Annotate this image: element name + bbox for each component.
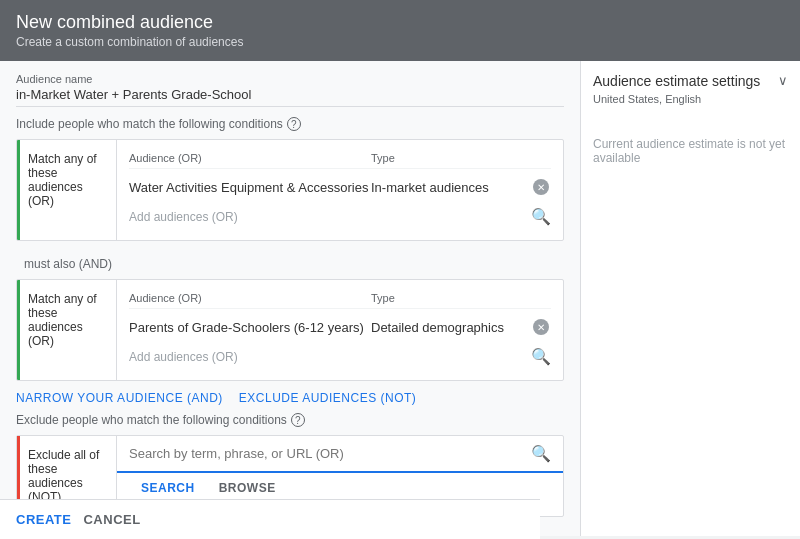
card2-add-label: Add audiences (OR) xyxy=(129,350,238,364)
exclude-audiences-link[interactable]: EXCLUDE AUDIENCES (NOT) xyxy=(239,391,417,405)
card2-audience-type: Detailed demographics xyxy=(371,320,531,335)
card1-label: Match any of these audiences (OR) xyxy=(17,140,117,240)
card2-row-1: Parents of Grade-Schoolers (6-12 years) … xyxy=(129,313,551,341)
card1-col-audience: Audience (OR) xyxy=(129,152,371,164)
exclude-conditions-header: Exclude people who match the following c… xyxy=(16,413,564,427)
card1-remove-btn[interactable]: ✕ xyxy=(531,177,551,197)
audience-card-1: Match any of these audiences (OR) Audien… xyxy=(16,139,564,241)
card1-add-audiences[interactable]: Add audiences (OR) 🔍 xyxy=(129,201,551,232)
card2-add-audiences[interactable]: Add audiences (OR) 🔍 xyxy=(129,341,551,372)
exclude-conditions-label: Exclude people who match the following c… xyxy=(16,413,287,427)
help-icon-2[interactable]: ? xyxy=(291,413,305,427)
card1-row-1: Water Activities Equipment & Accessories… xyxy=(129,173,551,201)
header: New combined audience Create a custom co… xyxy=(0,0,800,61)
card1-audience-type: In-market audiences xyxy=(371,180,531,195)
and-connector: must also (AND) xyxy=(16,253,120,275)
audience-name-value: in-Market Water + Parents Grade-School xyxy=(16,87,564,107)
card1-add-label: Add audiences (OR) xyxy=(129,210,238,224)
bottom-actions: CREATE CANCEL xyxy=(0,499,540,539)
card2-remove-btn[interactable]: ✕ xyxy=(531,317,551,337)
conditions-label: Include people who match the following c… xyxy=(16,117,283,131)
left-panel: Audience name in-Market Water + Parents … xyxy=(0,61,580,536)
search-icon-3: 🔍 xyxy=(531,444,551,463)
right-panel: Audience estimate settings United States… xyxy=(580,61,800,536)
page-subtitle: Create a custom combination of audiences xyxy=(16,35,784,49)
card2-col-audience: Audience (OR) xyxy=(129,292,371,304)
chevron-down-icon[interactable]: ∨ xyxy=(778,73,788,88)
cancel-button[interactable]: CANCEL xyxy=(83,508,140,531)
right-panel-title: Audience estimate settings xyxy=(593,73,760,89)
audience-name-label: Audience name xyxy=(16,73,564,85)
search-icon-2: 🔍 xyxy=(531,347,551,366)
narrow-audience-link[interactable]: NARROW YOUR AUDIENCE (AND) xyxy=(16,391,223,405)
audience-card-2: Match any of these audiences (OR) Audien… xyxy=(16,279,564,381)
search-input-row: 🔍 xyxy=(117,436,563,473)
close-icon-1: ✕ xyxy=(533,179,549,195)
card2-col-type: Type xyxy=(371,292,531,304)
help-icon-1[interactable]: ? xyxy=(287,117,301,131)
card1-audience-name: Water Activities Equipment & Accessories xyxy=(129,180,371,195)
action-links: NARROW YOUR AUDIENCE (AND) EXCLUDE AUDIE… xyxy=(16,391,564,405)
right-panel-subtitle: United States, English xyxy=(593,93,760,105)
audience-estimate-status: Current audience estimate is not yet ava… xyxy=(593,137,788,165)
create-button[interactable]: CREATE xyxy=(16,508,71,531)
card1-col-type: Type xyxy=(371,152,531,164)
card2-label: Match any of these audiences (OR) xyxy=(17,280,117,380)
page-title: New combined audience xyxy=(16,12,784,33)
card2-audience-name: Parents of Grade-Schoolers (6-12 years) xyxy=(129,320,371,335)
search-input[interactable] xyxy=(129,446,531,461)
close-icon-2: ✕ xyxy=(533,319,549,335)
search-icon-1: 🔍 xyxy=(531,207,551,226)
